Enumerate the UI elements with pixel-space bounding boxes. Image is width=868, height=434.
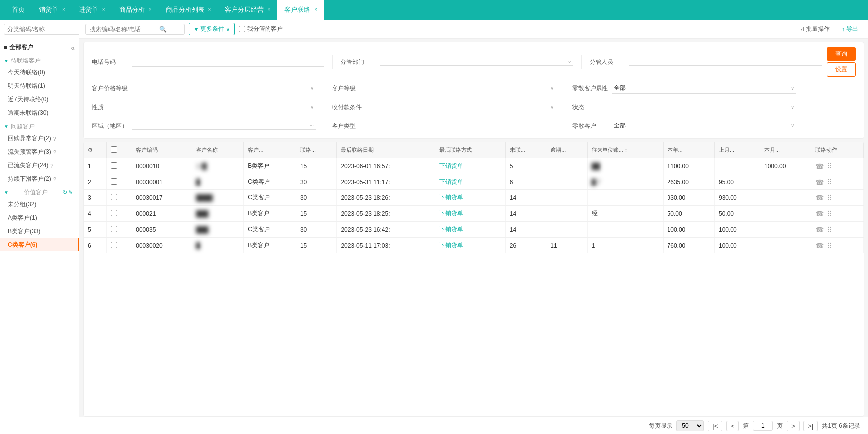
- sidebar-item-7days[interactable]: 近7天待联络(0): [0, 93, 79, 106]
- more-actions-icon-4[interactable]: ⠿: [827, 226, 832, 234]
- row-checkbox-3[interactable]: [111, 210, 117, 216]
- toolbar-search-icon[interactable]: 🔍: [159, 26, 167, 33]
- sidebar-item-tomorrow[interactable]: 明天待联络(1): [0, 79, 79, 93]
- sidebar-item-class-c[interactable]: C类客户(6): [0, 238, 79, 251]
- phone-icon-4[interactable]: ☎: [815, 226, 824, 234]
- phone-icon-1[interactable]: ☎: [815, 178, 824, 186]
- filter-scatter-select[interactable]: 全部 ∨: [612, 83, 796, 94]
- more-filters-btn[interactable]: ▼ 更多条件 ∨: [189, 23, 235, 35]
- row-checkbox-4[interactable]: [111, 226, 117, 232]
- row-last-method-5[interactable]: 下销货单: [435, 238, 505, 253]
- nav-product-analysis[interactable]: 商品分析 ×: [112, 0, 159, 20]
- row-check-2[interactable]: [106, 190, 132, 206]
- sidebar-item-overdue-contact[interactable]: 逾期未联络(30): [0, 106, 79, 120]
- nav-customer-tier[interactable]: 客户分层经营 ×: [218, 0, 277, 20]
- row-last-method-4[interactable]: 下销货单: [435, 222, 505, 238]
- last-method-link-0[interactable]: 下销货单: [439, 162, 463, 169]
- more-actions-icon-0[interactable]: ⠿: [827, 162, 832, 170]
- nav-product-list-close[interactable]: ×: [208, 0, 211, 20]
- filter-status-select[interactable]: ∨: [612, 103, 796, 111]
- sidebar-item-today[interactable]: 今天待联络(0): [0, 66, 79, 79]
- last-method-link-1[interactable]: 下销货单: [439, 178, 463, 185]
- nav-customer-contact[interactable]: 客户联络 ×: [277, 0, 324, 20]
- first-page-btn[interactable]: |<: [708, 421, 722, 431]
- filter-manager-select[interactable]: ···: [629, 58, 822, 66]
- last-method-link-5[interactable]: 下销货单: [439, 242, 463, 248]
- page-size-select[interactable]: 50 100: [676, 420, 704, 431]
- nav-purchase[interactable]: 进货单 ×: [72, 0, 112, 20]
- row-last-method-2[interactable]: 下销货单: [435, 190, 505, 206]
- value-customer-refresh[interactable]: ↻ ✎: [63, 189, 73, 196]
- filter-price-select[interactable]: ∨: [132, 84, 316, 92]
- filter-nature: 性质 ∨: [92, 103, 316, 112]
- col-last-month: 上月...: [714, 142, 760, 158]
- more-actions-icon-2[interactable]: ⠿: [827, 194, 832, 202]
- sidebar-collapse-btn[interactable]: «: [71, 44, 75, 52]
- page-number-input[interactable]: [753, 421, 773, 431]
- row-check-0[interactable]: [106, 158, 132, 174]
- row-num-3: 4: [84, 206, 106, 222]
- checkbox-icon: ☑: [799, 26, 804, 33]
- my-customers-checkbox[interactable]: [239, 26, 245, 32]
- more-actions-icon-3[interactable]: ⠿: [827, 210, 832, 218]
- more-actions-icon-1[interactable]: ⠿: [827, 178, 832, 186]
- last-page-btn[interactable]: >|: [803, 421, 818, 431]
- sidebar-item-class-a[interactable]: A类客户(1): [0, 211, 79, 225]
- filter-customer-level: 客户等级 ∨: [332, 84, 556, 93]
- my-customers-checkbox-label[interactable]: 我分管的客户: [239, 25, 283, 33]
- row-last-method-3[interactable]: 下销货单: [435, 206, 505, 222]
- set-btn[interactable]: 设置: [827, 62, 856, 77]
- filter-level-select[interactable]: ∨: [372, 84, 556, 92]
- filter-region-select[interactable]: ···: [132, 122, 316, 130]
- filter-ctype-select[interactable]: [372, 125, 556, 127]
- last-method-link-3[interactable]: 下销货单: [439, 210, 463, 217]
- sidebar-item-abnormal[interactable]: 回购异常客户(2) ?: [0, 132, 79, 145]
- nav-home[interactable]: 首页: [5, 0, 32, 20]
- prev-page-btn[interactable]: <: [726, 421, 739, 431]
- filter-payment-select[interactable]: ∨: [372, 103, 556, 111]
- phone-icon-0[interactable]: ☎: [815, 162, 824, 170]
- row-last-method-1[interactable]: 下销货单: [435, 174, 505, 190]
- row-check-3[interactable]: [106, 206, 132, 222]
- select-all-checkbox[interactable]: [111, 146, 117, 153]
- row-checkbox-1[interactable]: [111, 178, 117, 185]
- phone-icon-2[interactable]: ☎: [815, 194, 824, 202]
- last-method-link-2[interactable]: 下销货单: [439, 194, 463, 201]
- nav-sales-close[interactable]: ×: [62, 0, 65, 20]
- export-btn[interactable]: ↑ 导出: [838, 23, 862, 35]
- sidebar-item-warning[interactable]: 流失预警客户(3) ?: [0, 145, 79, 159]
- row-checkbox-2[interactable]: [111, 194, 117, 200]
- sidebar-item-ungrouped[interactable]: 未分组(32): [0, 198, 79, 211]
- sidebar-item-declining[interactable]: 持续下滑客户(2) ?: [0, 172, 79, 186]
- row-check-4[interactable]: [106, 222, 132, 238]
- nav-purchase-close[interactable]: ×: [102, 0, 105, 20]
- filter-nature-select[interactable]: ∨: [132, 103, 316, 111]
- filter-dept-select[interactable]: ∨: [380, 58, 573, 66]
- filter-phone-input[interactable]: [132, 58, 324, 67]
- nav-contact-close[interactable]: ×: [314, 0, 317, 20]
- nav-product-close[interactable]: ×: [149, 0, 152, 20]
- col-gear[interactable]: ⚙: [84, 142, 106, 158]
- filter-retail-select[interactable]: 全部 ∨: [612, 121, 796, 131]
- row-check-1[interactable]: [106, 174, 132, 190]
- row-last-method-0[interactable]: 下销货单: [435, 158, 505, 174]
- more-actions-icon-5[interactable]: ⠿: [827, 242, 832, 249]
- row-last-date-0: 2023-06-01 16:57:: [337, 158, 435, 174]
- query-btn[interactable]: 查询: [827, 47, 856, 61]
- sidebar-item-class-b[interactable]: B类客户(33): [0, 225, 79, 238]
- last-method-link-4[interactable]: 下销货单: [439, 226, 463, 233]
- sidebar-search-input[interactable]: [4, 24, 79, 35]
- nav-sales[interactable]: 销货单 ×: [32, 0, 72, 20]
- phone-icon-3[interactable]: ☎: [815, 210, 824, 218]
- row-checkbox-0[interactable]: [111, 162, 117, 169]
- next-page-btn[interactable]: >: [787, 421, 800, 431]
- search-input[interactable]: [90, 26, 159, 33]
- row-check-5[interactable]: [106, 238, 132, 253]
- batch-op-btn[interactable]: ☑ 批量操作: [795, 23, 834, 35]
- col-check[interactable]: [106, 142, 132, 158]
- sidebar-item-lost[interactable]: 已流失客户(24) ?: [0, 159, 79, 172]
- phone-icon-5[interactable]: ☎: [815, 242, 824, 249]
- nav-customer-tier-close[interactable]: ×: [267, 0, 270, 20]
- row-checkbox-5[interactable]: [111, 242, 117, 248]
- nav-product-list[interactable]: 商品分析列表 ×: [159, 0, 218, 20]
